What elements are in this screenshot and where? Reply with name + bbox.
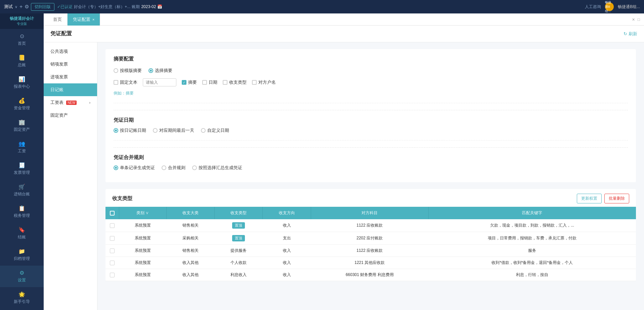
row-checkbox[interactable]: [108, 273, 116, 277]
content-area: 首页 凭证配置 × × □ 凭证配置 ↻ 刷新: [44, 13, 644, 310]
dropdown-arrow[interactable]: ∨: [15, 5, 17, 9]
tab-close-icon[interactable]: ×: [92, 17, 94, 22]
income-expense-table: 类别 ∨ 收支大类 收支类型 收支方向 对方科目 匹配关键字: [105, 207, 636, 281]
sidebar-item-tax[interactable]: 📋 税务管理: [0, 201, 44, 223]
page-content: 凭证配置 ↻ 刷新 公共选项 销项发票 进项发票: [44, 26, 644, 310]
checkbox-label: 摘要: [188, 79, 197, 85]
top-bar-tags: ✓已认证 好会计（专）+好生意（标）+... 账期 2023-02 📅: [57, 4, 162, 10]
td-keywords: 项目，日常费用，报销款，车费，承兑汇票，付款: [428, 232, 636, 245]
tab-voucher-label: 凭证配置: [73, 16, 90, 23]
nav-item-payroll[interactable]: 工资表 NEW ›: [44, 96, 97, 109]
sidebar-item-label: 设置: [18, 277, 26, 283]
td-checkbox: [105, 219, 119, 232]
page-header: 凭证配置 ↻ 刷新: [44, 26, 644, 42]
expand-arrow[interactable]: ›: [89, 101, 90, 105]
nav-item-fixed-assets[interactable]: 固定资产: [44, 109, 97, 122]
minimize-icon[interactable]: ×: [632, 17, 635, 22]
date-radio-group: 按日记账日期 对应期间最后一天 自定义日期: [114, 127, 628, 133]
checkbox-box: [202, 80, 207, 85]
checkbox-box-checked: ✓: [182, 80, 186, 85]
sidebar-item-label: 新手引导: [14, 299, 30, 305]
checkbox-label: 对方户名: [258, 79, 276, 85]
td-checkbox: [105, 269, 119, 281]
select-all-checkbox[interactable]: [110, 211, 115, 216]
date-checkbox[interactable]: 日期: [202, 79, 217, 85]
date-title: 凭证日期: [114, 117, 628, 123]
radio-select-summary[interactable]: 选择摘要: [148, 68, 172, 74]
summary-section: 摘要配置 按模版摘要 选择摘要: [105, 49, 636, 182]
nav-label: 固定资产: [50, 112, 68, 118]
table-row: 系统预置 销售相关 置顶 收入 1122 应收账款 欠款，现金，项目款，到款，报…: [105, 219, 636, 232]
sidebar-item-home[interactable]: ⊙ 首页: [0, 29, 44, 50]
row-checkbox[interactable]: [108, 261, 116, 265]
td-keywords: 服务: [428, 245, 636, 257]
td-keywords: 利息，行转，按自: [428, 269, 636, 281]
gear-icon[interactable]: ⚙: [25, 4, 29, 10]
batch-delete-btn[interactable]: 批量删除: [604, 194, 629, 203]
radio-last-day[interactable]: 对应期间最后一天: [153, 127, 194, 133]
update-btn[interactable]: 更新权置: [577, 194, 602, 203]
sidebar-item-reports[interactable]: 📊 报表中心: [0, 72, 44, 93]
calendar-icon[interactable]: 📅: [157, 4, 162, 9]
merge-section: 凭证合并规则 单条记录生成凭证 合并规则: [114, 147, 628, 171]
radio-circle-checked: [148, 68, 153, 73]
sidebar-item-label: 结账: [18, 234, 26, 240]
income-type-checkbox[interactable]: 收支类型: [223, 79, 247, 85]
radio-by-journal-date[interactable]: 按日记账日期: [114, 127, 146, 133]
sidebar-item-payroll[interactable]: 👥 工资: [0, 137, 44, 158]
nav-item-journal[interactable]: 日记账: [44, 83, 97, 96]
nav-label: 工资表: [50, 100, 63, 106]
nav-item-purchase-invoice[interactable]: 进项发票: [44, 71, 97, 83]
fixed-text-checkbox[interactable]: 固定文本: [114, 79, 137, 85]
radio-template-summary[interactable]: 按模版摘要: [114, 68, 142, 74]
radio-merge-rule[interactable]: 合并规则: [162, 165, 185, 171]
refresh-btn[interactable]: ↻ 刷新: [624, 31, 637, 37]
sidebar-item-settings[interactable]: ⚙ 设置: [0, 266, 44, 287]
tab-voucher-config[interactable]: 凭证配置 ×: [68, 13, 100, 26]
sidebar-item-invoices[interactable]: 🧾 发票管理: [0, 158, 44, 180]
nav-item-sales-invoice[interactable]: 销项发票: [44, 58, 97, 71]
td-type: 个人收款: [215, 257, 263, 269]
sidebar-item-guide[interactable]: 🌟 新手引导: [0, 287, 44, 309]
sidebar: 畅捷通好会计 专业版 ⊙ 首页 📒 总账 📊 报表中心 💰 资金管理 🏢 固定资…: [0, 13, 44, 310]
sidebar-item-closing[interactable]: 🔖 结账: [0, 223, 44, 244]
consult-link[interactable]: 人工咨询: [585, 4, 601, 10]
radio-custom-date[interactable]: 自定义日期: [201, 127, 229, 133]
switch-version-btn[interactable]: 切到旧版: [31, 3, 54, 11]
radio-label: 按日记账日期: [120, 127, 146, 133]
maximize-icon[interactable]: □: [638, 17, 640, 22]
td-account: 660301 财务费用 利息费用: [311, 269, 428, 281]
radio-single-record[interactable]: 单条记录生成凭证: [114, 165, 155, 171]
sidebar-item-funds[interactable]: 💰 资金管理: [0, 93, 44, 115]
tab-home-label: 首页: [53, 16, 62, 23]
summary-checkbox[interactable]: ✓ 摘要: [182, 79, 197, 85]
sidebar-item-member[interactable]: ♛ 畅会员: [0, 309, 44, 310]
sidebar-item-purchase-sales[interactable]: 🛒 进销台账: [0, 180, 44, 201]
row-checkbox[interactable]: [108, 223, 116, 228]
sidebar-item-archive[interactable]: 📁 归档管理: [0, 244, 44, 266]
radio-summary-generate[interactable]: 按照选择汇总生成凭证: [192, 165, 242, 171]
avatar[interactable]: 畅捷通B组...: [605, 2, 614, 11]
settings-icon: ⚙: [19, 270, 24, 276]
counterparty-checkbox[interactable]: 对方户名: [252, 79, 276, 85]
td-category: 系统预置: [119, 269, 166, 281]
radio-label: 对应期间最后一天: [159, 127, 194, 133]
nav-label: 进项发票: [50, 74, 68, 80]
reports-icon: 📊: [18, 76, 25, 82]
divider: [114, 103, 628, 103]
tab-home[interactable]: 首页: [48, 13, 68, 26]
table-row: 系统预置 销售相关 提供服务 收入 1122 应收账款 服务: [105, 245, 636, 257]
row-checkbox[interactable]: [108, 236, 116, 241]
add-icon[interactable]: +: [19, 4, 23, 10]
sidebar-item-ledger[interactable]: 📒 总账: [0, 50, 44, 72]
merge-title: 凭证合并规则: [114, 154, 628, 161]
row-checkbox[interactable]: [108, 248, 116, 253]
checkbox-label: 日期: [209, 79, 217, 85]
nav-item-public[interactable]: 公共选项: [44, 45, 97, 58]
sidebar-item-label: 进销台账: [14, 191, 30, 197]
type-tag[interactable]: 置顶: [232, 235, 245, 241]
type-tag[interactable]: 置顶: [232, 222, 245, 229]
fixed-text-input[interactable]: [143, 78, 176, 86]
th-checkbox: [105, 207, 119, 219]
sidebar-item-assets[interactable]: 🏢 固定资产: [0, 115, 44, 137]
